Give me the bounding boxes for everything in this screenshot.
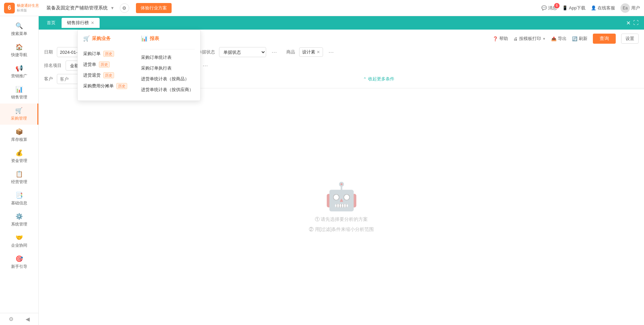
- sidebar-item-quicknav[interactable]: 🏠 快捷导航: [0, 40, 38, 61]
- status-filter-dots[interactable]: ⋯: [272, 49, 277, 55]
- export-label: 导出: [558, 36, 567, 42]
- dropdown-item-label-purchase-fee: 采购费用分摊单: [83, 83, 114, 89]
- history-badge-2: 历史: [99, 62, 110, 68]
- sidebar-item-basic[interactable]: 📑 基础信息: [0, 188, 38, 209]
- sidebar-label-purchase: 采购管理: [11, 116, 27, 121]
- top-header: 6 畅捷通好生意 标准版 装备及固定资产辅助管理系统 ▼ ⚙ 体验行业方案 💬 …: [0, 0, 644, 16]
- system-dropdown-icon[interactable]: ▼: [110, 6, 114, 10]
- newbie-icon: 🎯: [15, 255, 23, 262]
- app-label: App下载: [569, 5, 585, 11]
- collapse-label: 收起更多条件: [368, 76, 394, 82]
- dropdown-item-purchase-return[interactable]: 进货退货 历史: [83, 70, 130, 81]
- sidebar-bottom: ⚙ ◀: [0, 313, 38, 325]
- header-right: 💬 消息 6 📱 App下载 👤 在线客服 Ea 用户: [541, 3, 640, 13]
- dropdown-item-label-report-3: 进货单统计表（按商品）: [141, 76, 189, 82]
- report-menu-icon: 📊: [141, 35, 148, 42]
- help-label: 帮助: [499, 36, 508, 42]
- sidebar-item-purchase[interactable]: 🛒 采购管理: [0, 104, 38, 125]
- sidebar-label-operation: 经营管理: [11, 179, 27, 185]
- search-icon: 🔍: [15, 22, 23, 30]
- settings-gear-icon[interactable]: ⚙: [120, 3, 129, 13]
- main-layout: 🔍 搜索菜单 🏠 快捷导航 📢 营销推广 📊 销售管理 🛒 采购管理 📦 库存核…: [0, 16, 644, 325]
- goods-tag-close-icon[interactable]: ✕: [317, 50, 320, 54]
- print-btn[interactable]: 🖨 按模板打印 ▼: [513, 36, 546, 42]
- sidebar-item-system[interactable]: ⚙️ 系统管理: [0, 209, 38, 231]
- user-avatar: Ea: [620, 3, 630, 13]
- sidebar-item-newbie[interactable]: 🎯 新手引导: [0, 252, 38, 273]
- operation-icon: 📋: [15, 170, 23, 178]
- tab-expand-icon[interactable]: ⛶: [633, 20, 639, 26]
- salesperson-filter-dots[interactable]: ⋯: [203, 63, 208, 69]
- sidebar-settings-icon[interactable]: ⚙: [9, 316, 13, 322]
- sidebar-label-newbie: 新手引导: [11, 264, 27, 270]
- query-btn[interactable]: 查询: [593, 34, 616, 44]
- sidebar-item-finance[interactable]: 💰 资金管理: [0, 146, 38, 167]
- dropdown-item-purchase-in[interactable]: 进货单 历史: [83, 59, 130, 70]
- dropdown-purchase-col: 🛒 采购业务 采购订单 历史 进货单 历史 进货退货 历史 采购费用分摊单: [83, 35, 130, 95]
- refresh-btn[interactable]: 🔄 刷新: [572, 36, 587, 42]
- finance-icon: 💰: [15, 149, 23, 157]
- dropdown-menu: 🛒 采购业务 采购订单 历史 进货单 历史 进货退货 历史 采购费用分摊单: [77, 30, 201, 101]
- sidebar-item-search[interactable]: 🔍 搜索菜单: [0, 19, 38, 40]
- purchase-icon: 🛒: [15, 107, 23, 114]
- tab-home[interactable]: 首页: [41, 18, 61, 28]
- dropdown-item-label-report-4: 进货单统计表（按供应商）: [141, 87, 193, 93]
- dropdown-purchase-title: 🛒 采购业务: [83, 35, 130, 44]
- customer-filter-label: 客户: [44, 76, 53, 82]
- help-icon: ❓: [493, 36, 498, 41]
- app-icon: 📱: [562, 5, 568, 10]
- tab-close-icon[interactable]: ✕: [91, 21, 94, 25]
- app-download-item[interactable]: 📱 App下载: [562, 5, 585, 11]
- dropdown-report-title: 📊 报表: [141, 35, 195, 44]
- dropdown-item-purchase-order[interactable]: 采购订单 历史: [83, 48, 130, 59]
- dropdown-item-label-purchase-order: 采购订单: [83, 51, 101, 57]
- sidebar-label-enterprise: 企业协同: [11, 243, 27, 248]
- sidebar-item-operation[interactable]: 📋 经营管理: [0, 167, 38, 188]
- sidebar-item-marketing[interactable]: 📢 营销推广: [0, 61, 38, 82]
- tab-sales-rank[interactable]: 销售排行榜 ✕: [62, 18, 100, 28]
- help-btn[interactable]: ❓ 帮助: [493, 36, 508, 42]
- dropdown-item-label-purchase-in: 进货单: [83, 62, 96, 68]
- status-select[interactable]: 单据状态: [219, 47, 266, 57]
- system-icon: ⚙️: [15, 213, 23, 220]
- industry-btn[interactable]: 体验行业方案: [136, 3, 172, 13]
- dropdown-item-report-1[interactable]: 采购订单统计表: [141, 52, 195, 63]
- content-area: 首页 销售排行榜 ✕ ✕ ⛶ ❓ 帮助 🖨 按模板打印: [39, 16, 644, 325]
- export-btn[interactable]: 📤 导出: [551, 36, 567, 42]
- message-icon: 💬: [541, 5, 547, 10]
- sidebar-item-inventory[interactable]: 📦 库存核算: [0, 125, 38, 146]
- sidebar: 🔍 搜索菜单 🏠 快捷导航 📢 营销推广 📊 销售管理 🛒 采购管理 📦 库存核…: [0, 16, 39, 325]
- collapse-btn[interactable]: ⌃ 收起更多条件: [363, 76, 394, 82]
- filter-settings-btn[interactable]: 设置: [621, 34, 639, 44]
- print-dropdown-icon[interactable]: ▼: [542, 37, 546, 41]
- print-icon: 🖨: [513, 36, 518, 41]
- dropdown-item-purchase-fee[interactable]: 采购费用分摊单 历史: [83, 81, 130, 91]
- dropdown-item-label-report-2: 采购订单执行表: [141, 65, 172, 71]
- report-col-title-label: 报表: [150, 36, 159, 42]
- print-label: 按模板打印: [519, 36, 541, 42]
- history-badge-1: 历史: [103, 51, 114, 57]
- goods-filter-tag: 设计素 ✕: [299, 47, 323, 57]
- service-label: 在线客服: [598, 5, 615, 11]
- empty-illustration: 🤖: [325, 181, 358, 212]
- goods-filter-dots[interactable]: ⋯: [328, 49, 334, 55]
- logo-icon: 6: [4, 3, 15, 13]
- goods-tag-value: 设计素: [302, 49, 315, 55]
- enterprise-icon: 🤝: [15, 234, 23, 241]
- sidebar-collapse-icon[interactable]: ◀: [26, 316, 30, 322]
- dropdown-item-report-3[interactable]: 进货单统计表（按商品）: [141, 74, 195, 84]
- sidebar-item-enterprise[interactable]: 🤝 企业协同: [0, 231, 38, 252]
- sidebar-label-system: 系统管理: [11, 221, 27, 227]
- online-service-item[interactable]: 👤 在线客服: [591, 5, 615, 11]
- sidebar-item-sales[interactable]: 📊 销售管理: [0, 82, 38, 104]
- user-item[interactable]: Ea 用户: [620, 3, 640, 13]
- dropdown-item-report-2[interactable]: 采购订单执行表: [141, 63, 195, 74]
- tab-close-all-icon[interactable]: ✕: [626, 20, 631, 26]
- dropdown-item-report-4[interactable]: 进货单统计表（按供应商）: [141, 84, 195, 95]
- purchase-menu-icon: 🛒: [83, 35, 90, 42]
- home-icon: 🏠: [15, 43, 23, 51]
- message-item[interactable]: 💬 消息 6: [541, 5, 557, 11]
- system-title-area: 装备及固定资产辅助管理系统 ▼ ⚙ 体验行业方案: [46, 3, 541, 13]
- refresh-label: 刷新: [579, 36, 587, 42]
- inventory-icon: 📦: [15, 128, 23, 135]
